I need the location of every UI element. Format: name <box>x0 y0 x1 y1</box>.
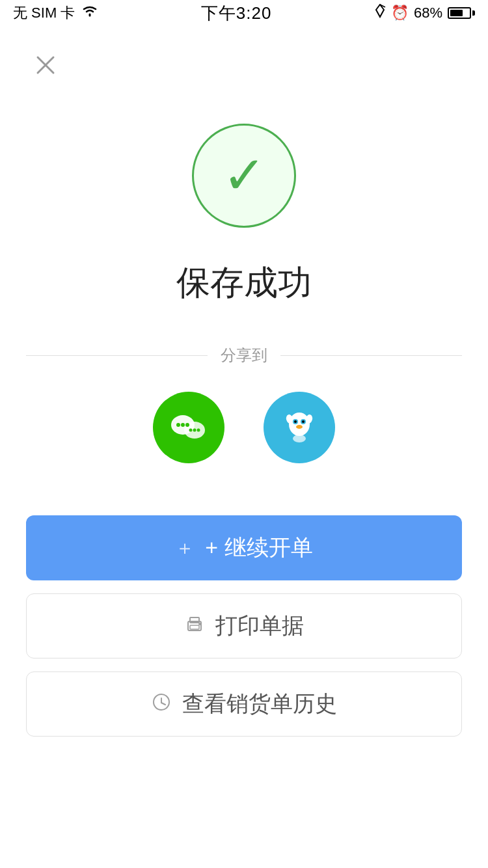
alarm-icon: ⏰ <box>391 5 409 21</box>
main-content: ✓ 保存成功 分享到 <box>0 26 488 868</box>
success-title: 保存成功 <box>26 260 462 306</box>
share-divider: 分享到 <box>26 345 462 366</box>
continue-button[interactable]: ＋ + 继续开单 <box>26 515 462 580</box>
svg-point-16 <box>302 420 305 423</box>
share-label: 分享到 <box>221 345 267 366</box>
svg-rect-22 <box>190 625 199 629</box>
close-button[interactable] <box>26 46 65 85</box>
share-section: 分享到 <box>26 345 462 463</box>
divider-right <box>280 355 462 356</box>
location-icon <box>374 4 386 22</box>
svg-point-12 <box>293 435 306 442</box>
divider-left <box>26 355 208 356</box>
status-right: ⏰ 68% <box>374 4 475 22</box>
continue-label: + 继续开单 <box>205 533 312 563</box>
history-label: 查看销货单历史 <box>182 689 337 719</box>
svg-point-10 <box>197 429 200 432</box>
svg-point-9 <box>193 429 197 432</box>
battery-icon <box>448 7 475 19</box>
share-icons-row <box>26 392 462 463</box>
success-circle: ✓ <box>192 124 296 228</box>
status-bar: 无 SIM 卡 下午3:20 ⏰ 68% <box>0 0 488 26</box>
sim-status: 无 SIM 卡 <box>13 3 75 23</box>
svg-point-6 <box>181 423 185 427</box>
svg-point-11 <box>289 413 310 436</box>
svg-point-7 <box>185 423 189 427</box>
svg-point-15 <box>294 420 297 423</box>
svg-point-23 <box>198 623 201 625</box>
battery-percent: 68% <box>414 5 442 21</box>
print-button[interactable]: 打印单据 <box>26 593 462 658</box>
svg-point-17 <box>296 425 303 429</box>
svg-line-26 <box>161 703 165 705</box>
checkmark-icon: ✓ <box>223 150 266 202</box>
wifi-icon <box>81 5 98 21</box>
clock-icon <box>151 692 172 717</box>
wechat-share-button[interactable] <box>153 392 224 463</box>
status-time: 下午3:20 <box>201 2 272 25</box>
printer-icon <box>184 614 205 639</box>
success-icon-container: ✓ <box>26 124 462 228</box>
status-left: 无 SIM 卡 <box>13 3 98 23</box>
action-buttons: ＋ + 继续开单 打印单据 查看销货单 <box>26 515 462 737</box>
svg-point-8 <box>189 429 193 432</box>
qq-share-button[interactable] <box>264 392 335 463</box>
svg-point-5 <box>176 423 180 427</box>
history-button[interactable]: 查看销货单历史 <box>26 671 462 737</box>
print-label: 打印单据 <box>215 611 304 641</box>
plus-icon: ＋ <box>175 535 195 562</box>
